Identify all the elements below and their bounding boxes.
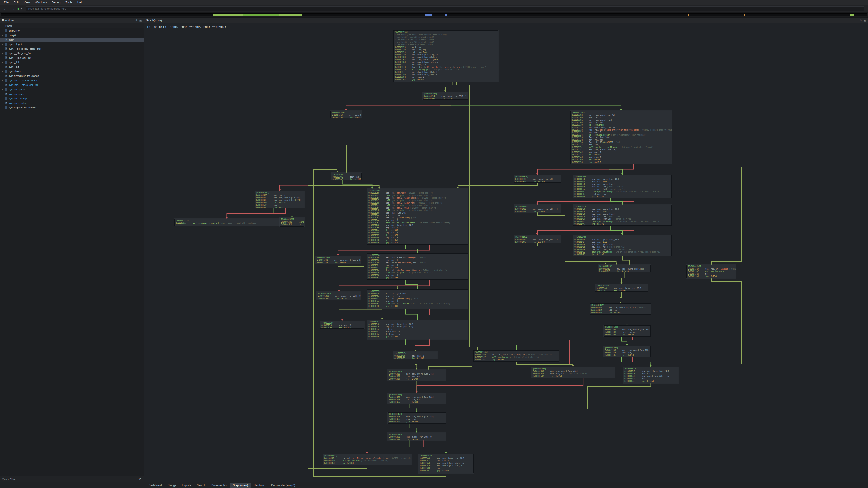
expand-arrow-icon[interactable]: ▸: [1, 102, 4, 104]
graph-block-0x00001340[interactable]: [0x00001340]0x00001340 mov eax, dword [v…: [315, 256, 361, 263]
graph-block-0x00001398[interactable]: [0x00001398]0x00001398 mov dword [var_38…: [317, 292, 361, 299]
expand-arrow-icon[interactable]: ▸: [1, 107, 4, 109]
function-list-item-sym.imp.puts[interactable]: ▸ƒsym.imp.puts: [0, 92, 144, 96]
function-list-item-sym._fini[interactable]: ▸ƒsym._fini: [0, 60, 144, 65]
panel-float-icon[interactable]: ▣: [140, 19, 142, 22]
expand-arrow-icon[interactable]: ▸: [1, 34, 4, 36]
tab-decompiler-entry0-[interactable]: Decompiler (entry0): [269, 483, 298, 488]
graph-block-0x000014d2[interactable]: [0x000014d2]0x000014d2 test eax, eax0x00…: [331, 173, 362, 180]
graph-block-0x00001360[interactable]: [0x00001360]0x00001360 mov eax, dword ob…: [367, 254, 468, 280]
expand-arrow-icon[interactable]: ▸: [1, 75, 4, 77]
function-list-item-sym.deregister_tm_clones[interactable]: ▸ƒsym.deregister_tm_clones: [0, 74, 144, 78]
functions-name-column-header[interactable]: Name: [0, 24, 144, 29]
graph-block-0x000012b0[interactable]: [0x000012b0]0x000012b0 lea rdi, str.MENU…: [367, 189, 468, 245]
graph-block-0x00001390[interactable]: [0x00001390]0x00001390 mov dword [var_28…: [514, 175, 561, 183]
function-list-item-entry0[interactable]: ▸ƒentry0: [0, 33, 144, 37]
function-list-item-sym.__libc_csu_fini[interactable]: ▸ƒsym.__libc_csu_fini: [0, 51, 144, 56]
graph-block-0x000013a8[interactable]: [0x000013a8]0x000013a8 mov eax, dword [v…: [367, 320, 468, 339]
menu-edit[interactable]: Edit: [11, 0, 21, 4]
graph-block-0x000012a4[interactable]: [0x000012a4]0x000012a4 cmp dword [var_38…: [423, 92, 468, 100]
menu-view[interactable]: View: [21, 0, 32, 4]
play-dropdown-caret-icon[interactable]: ▾: [21, 7, 22, 10]
graph-block-0x00001560[interactable]: [0x00001560]0x00001560 lea rdi, str.Lice…: [473, 350, 559, 362]
expand-arrow-icon[interactable]: ▸: [1, 79, 4, 82]
seekbar-segment[interactable]: [445, 13, 447, 16]
seekbar-segment[interactable]: [426, 13, 432, 16]
seekbar-segment[interactable]: [688, 13, 689, 16]
expand-arrow-icon[interactable]: ▸: [1, 61, 4, 64]
address-search-input[interactable]: [26, 6, 864, 11]
graph-block-0x000014c0[interactable]: [0x000014c0]0x000014c0 mov eax, dword [v…: [595, 284, 648, 292]
graph-block-0x000013e0[interactable]: [0x000013e0]0x000013e0 mov rax, qword [v…: [573, 175, 672, 198]
function-list-item-sym.__do_global_dtors_aux[interactable]: ▸ƒsym.__do_global_dtors_aux: [0, 46, 144, 51]
graph-block-0x00001302[interactable]: [0x00001302]0x00001302 mov rax, qword [v…: [570, 111, 672, 164]
expand-arrow-icon[interactable]: ▸: [1, 30, 4, 32]
seekbar-segment[interactable]: [850, 13, 853, 16]
panel-menu-icon[interactable]: ⚙: [860, 19, 862, 22]
tab-hexdump[interactable]: Hexdump: [251, 483, 268, 488]
expand-arrow-icon[interactable]: ▸: [1, 89, 4, 91]
menu-windows[interactable]: Windows: [32, 0, 49, 4]
function-list-item-sym..plt.got[interactable]: ▸ƒsym..plt.got: [0, 42, 144, 46]
function-list-item-entry.init0[interactable]: ▸ƒentry.init0: [0, 29, 144, 33]
graph-block-0x00001410[interactable]: [0x00001410]0x00001410 mov eax, 00x00001…: [393, 352, 437, 359]
expand-arrow-icon[interactable]: ▸: [1, 84, 4, 86]
expand-arrow-icon[interactable]: ▸: [1, 39, 4, 41]
expand-arrow-icon[interactable]: ▸: [1, 98, 4, 100]
graph-block-0x00001430[interactable]: [0x00001430]0x00001430 mov eax, dword [v…: [388, 369, 446, 381]
menu-help[interactable]: Help: [75, 0, 86, 4]
seekbar-segment[interactable]: [744, 13, 745, 16]
expand-arrow-icon[interactable]: ▸: [1, 43, 4, 45]
expand-arrow-icon[interactable]: ▸: [1, 53, 4, 55]
graph-block-0x000014a0[interactable]: [0x000014a0]0x000014a0 mov eax, dword [v…: [418, 454, 473, 473]
menu-file[interactable]: File: [1, 0, 11, 4]
tab-imports[interactable]: Imports: [179, 483, 194, 488]
quick-filter-bar[interactable]: Quick Filter X: [0, 476, 144, 482]
function-list-item-main[interactable]: ▸ƒmain: [0, 37, 144, 42]
expand-arrow-icon[interactable]: ▸: [1, 66, 4, 68]
graph-block-0x00001490[interactable]: [0x00001490]0x00001490 cmp dword [var_34…: [388, 433, 446, 440]
expand-arrow-icon[interactable]: ▸: [1, 48, 4, 50]
tab-dashboard[interactable]: Dashboard: [146, 483, 164, 488]
function-list-item-sym._init[interactable]: ▸ƒsym._init: [0, 65, 144, 69]
graph-block-0x000014b0[interactable]: [0x000014b0]0x000014b0 mov eax, dword [v…: [598, 265, 651, 272]
tab-search[interactable]: Search: [194, 483, 208, 488]
seekbar-segment[interactable]: [279, 13, 302, 16]
tab-graph-main-[interactable]: Graph(main): [230, 483, 250, 488]
graph-block-0x00001430[interactable]: [0x00001430]0x00001430 mov rax, qword [v…: [573, 205, 672, 226]
function-list-item-sym.imp.__isoc99_scanf[interactable]: ▸ƒsym.imp.__isoc99_scanf: [0, 78, 144, 83]
graph-block-0x00001468[interactable]: [0x00001468]0x00001468 mov eax, dword [v…: [388, 412, 446, 424]
function-list-item-sym.check[interactable]: ▸ƒsym.check: [0, 69, 144, 74]
panel-float-icon[interactable]: ▣: [864, 19, 866, 22]
tab-strings[interactable]: Strings: [165, 483, 179, 488]
graph-block-0x000014e0[interactable]: [0x000014e0]0x000014e0 lea rdi, str.Inva…: [686, 265, 736, 278]
graph-block-0x00001530[interactable]: [0x00001530]0x00001530 mov eax, dword [v…: [603, 346, 651, 357]
forward-icon[interactable]: →: [10, 6, 16, 11]
graph-block-0x0000149a[interactable]: [0x0000149a]0x0000149a lea rdi, str.The_…: [323, 454, 411, 465]
graph-block-0x00001255[interactable]: [0x00001255]; int main (int argc, char *…: [393, 31, 498, 82]
graph-block-0x000014a8[interactable]: [0x000014a8]0x000014a8 mov eax, 00x00001…: [331, 111, 362, 118]
graph-block-0x00001480[interactable]: [0x00001480]0x00001480 mov rax, qword [v…: [573, 235, 672, 256]
graph-block-0x00001513[interactable]: [0x00001513]0x00001513 call sym.imp.__st…: [174, 219, 279, 226]
panel-menu-icon[interactable]: ⚙: [135, 19, 138, 22]
function-list-item-sym.imp.strcmp[interactable]: ▸ƒsym.imp.strcmp: [0, 96, 144, 101]
back-icon[interactable]: ←: [2, 6, 8, 11]
graph-block-0x00001450[interactable]: [0x00001450]0x00001450 mov eax, dword [v…: [388, 393, 446, 404]
graph-block-0x00001420[interactable]: [0x00001420]0x00001420 mov dword [var_28…: [514, 205, 561, 213]
graph-block-0x00001500[interactable]: [0x00001500]0x00001500 mov eax, dword [v…: [603, 325, 651, 337]
quick-filter-clear-icon[interactable]: X: [138, 478, 142, 481]
function-list-item-sym.imp.printf[interactable]: ▸ƒsym.imp.printf: [0, 87, 144, 92]
function-list-item-sym.__libc_csu_init[interactable]: ▸ƒsym.__libc_csu_init: [0, 56, 144, 60]
seek-track[interactable]: [1, 13, 867, 16]
seekbar-segment[interactable]: [243, 13, 279, 16]
expand-arrow-icon[interactable]: ▸: [1, 57, 4, 59]
function-list-item-sym.imp.__stack_chk_fail[interactable]: ▸ƒsym.imp.__stack_chk_fail: [0, 83, 144, 87]
graph-block-0x00001520[interactable]: [0x00001520]0x00001520 leave0x00001521 r…: [280, 218, 305, 227]
graph-block-0x000014f5[interactable]: [0x000014f5]0x000014f5 mov eax, 00x00001…: [255, 191, 305, 208]
debug-play-icon[interactable]: ▶: [18, 7, 20, 11]
graph-block-0x00001470[interactable]: [0x00001470]0x00001470 mov dword [var_28…: [514, 235, 561, 243]
graph-block-0x000013d0[interactable]: [0x000013d0]0x000013d0 mov eax, 00x00001…: [320, 321, 364, 329]
graph-block-0x000014d0[interactable]: [0x000014d0]0x000014d0 mov eax, dword ob…: [590, 303, 651, 315]
function-list-item-sym.register_tm_clones[interactable]: ▸ƒsym.register_tm_clones: [0, 105, 144, 110]
seekbar-segment[interactable]: [213, 13, 243, 16]
